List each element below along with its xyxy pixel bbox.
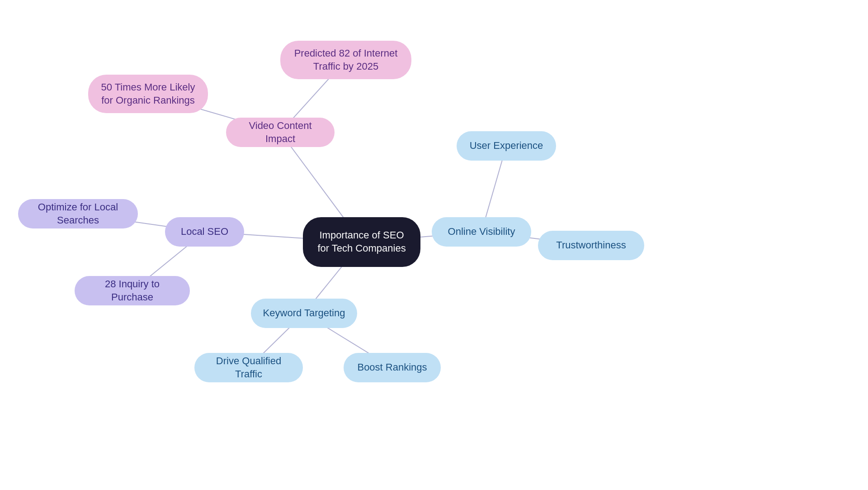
keyword-targeting-label: Keyword Targeting [263,307,345,320]
online-visibility-label: Online Visibility [448,225,515,238]
local-seo-label: Local SEO [181,225,228,238]
video-content-node: Video Content Impact [226,118,335,147]
trustworthiness-node: Trustworthiness [538,231,644,260]
online-visibility-node: Online Visibility [432,217,531,247]
user-experience-node: User Experience [457,131,556,161]
optimize-local-node: Optimize for Local Searches [18,199,138,228]
drive-traffic-label: Drive Qualified Traffic [204,355,293,381]
fifty-times-label: 50 Times More Likely for Organic Ranking… [98,81,198,107]
inquiry-node: 28 Inquiry to Purchase [75,276,190,305]
inquiry-label: 28 Inquiry to Purchase [85,278,180,304]
trustworthiness-label: Trustworthiness [556,239,626,252]
optimize-local-label: Optimize for Local Searches [28,201,128,227]
drive-traffic-node: Drive Qualified Traffic [194,353,303,382]
local-seo-node: Local SEO [165,217,244,247]
user-experience-label: User Experience [470,139,543,152]
keyword-targeting-node: Keyword Targeting [251,299,357,328]
boost-rankings-node: Boost Rankings [344,353,441,382]
fifty-times-node: 50 Times More Likely for Organic Ranking… [88,75,208,113]
video-content-label: Video Content Impact [236,119,325,145]
predicted-label: Predicted 82 of Internet Traffic by 2025 [290,47,401,73]
predicted-node: Predicted 82 of Internet Traffic by 2025 [280,41,411,79]
center-node-label: Importance of SEO for Tech Companies [313,229,410,255]
center-node: Importance of SEO for Tech Companies [303,217,420,267]
boost-rankings-label: Boost Rankings [357,361,427,374]
